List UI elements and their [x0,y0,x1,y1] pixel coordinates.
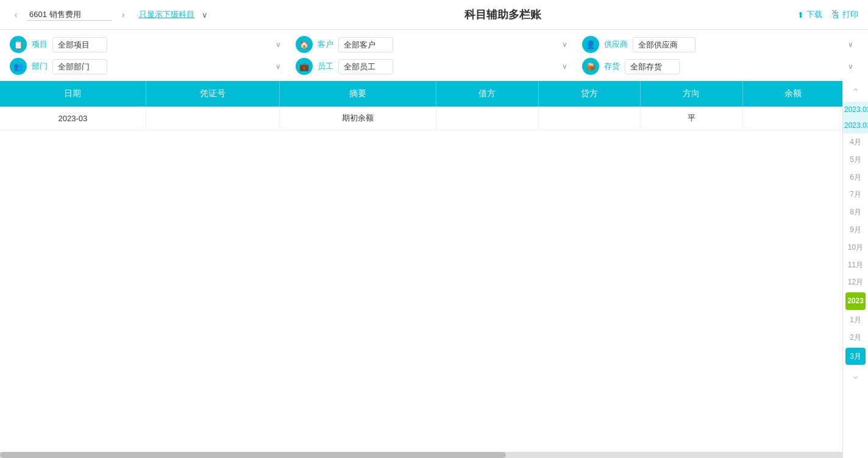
scrollbar-thumb[interactable] [0,452,506,458]
col-debit: 借方 [436,81,539,107]
prev-account-arrow[interactable]: ‹ [10,10,22,19]
rp-item-jun[interactable]: 6月 [843,169,868,186]
account-code-input[interactable] [27,9,112,21]
download-label: 下载 [806,9,822,20]
customer-select[interactable]: 全部客户 [338,37,393,52]
col-voucher: 凭证号 [146,81,280,107]
employee-label: 员工 [318,61,333,72]
rp-item-mar-active[interactable]: 3月 [845,348,866,365]
horizontal-scrollbar[interactable] [0,452,844,458]
table-body: 2023-03 期初余额 平 [0,107,844,130]
employee-icon: 💼 [296,58,313,75]
rp-item-apr[interactable]: 4月 [843,133,868,151]
toolbar-right: ⬆ 下载 🖨 打印 [797,9,858,20]
filter-department: 👥 部门 全部部门 [10,58,286,75]
col-summary: 摘要 [280,81,436,107]
scroll-up-arrow[interactable]: ⌃ [848,83,863,102]
right-panel: ⌃ 2023.03 2023.03 4月 5月 6月 7月 8月 9月 10月 … [842,81,868,458]
cell-balance [742,107,844,130]
rp-item-jan[interactable]: 1月 [843,311,868,329]
col-credit: 贷方 [538,81,641,107]
customer-select-wrapper: 全部客户 [338,37,572,52]
table-row: 2023-03 期初余额 平 [0,107,844,130]
print-label: 打印 [842,9,858,20]
rp-item-oct[interactable]: 10月 [843,239,868,256]
col-balance: 余额 [742,81,844,107]
rp-item-2023-03-second[interactable]: 2023.03 [843,118,868,133]
inventory-select-wrapper: 全部存货 [625,59,858,74]
top-bar: ‹ › 只显示下级科目 ∨ 科目辅助多栏账 ⬆ 下载 🖨 打印 [0,0,868,30]
filter-area: 📋 项目 全部项目 🏠 客户 全部客户 👤 供应商 全部供应商 [0,30,868,81]
employee-select-wrapper: 全部员工 [338,59,572,74]
department-label: 部门 [32,61,48,72]
supplier-select-wrapper: 全部供应商 [633,37,858,52]
customer-label: 客户 [318,39,333,50]
rp-item-2023-03-first[interactable]: 2023.03 [843,102,868,118]
download-icon: ⬆ [797,10,804,19]
filter-supplier: 👤 供应商 全部供应商 [582,36,858,53]
filter-employee: 💼 员工 全部员工 [296,58,572,75]
col-direction: 方向 [641,81,743,107]
page-title: 科目辅助多栏账 [213,7,792,22]
rp-item-jul[interactable]: 7月 [843,186,868,203]
project-icon: 📋 [10,36,27,53]
col-date: 日期 [0,81,146,107]
show-sub-label[interactable]: 只显示下级科目 [139,9,194,20]
cell-date: 2023-03 [0,107,146,130]
cell-summary: 期初余额 [280,107,436,130]
cell-voucher [146,107,280,130]
supplier-icon: 👤 [582,36,599,53]
rp-item-feb[interactable]: 2月 [843,329,868,347]
main-container: × ‹ › 只显示下级科目 ∨ 科目辅助多栏账 ⬆ 下载 🖨 打印 📋 项目 [0,0,868,458]
project-select-wrapper: 全部项目 [52,37,286,52]
rp-item-year-2023[interactable]: 2023 [845,292,866,310]
project-label: 项目 [32,39,48,50]
department-icon: 👥 [10,58,27,75]
department-select[interactable]: 全部部门 [52,59,107,74]
rp-item-may[interactable]: 5月 [843,151,868,169]
inventory-select[interactable]: 全部存货 [625,59,680,74]
rp-item-dec[interactable]: 12月 [843,273,868,291]
ledger-table: 日期 凭证号 摘要 借方 贷方 方向 余额 2023-03 期初余额 平 [0,81,844,130]
rp-item-aug[interactable]: 8月 [843,203,868,221]
table-header-row: 日期 凭证号 摘要 借方 贷方 方向 余额 [0,81,844,107]
filter-customer: 🏠 客户 全部客户 [296,36,572,53]
supplier-label: 供应商 [604,39,628,50]
department-select-wrapper: 全部部门 [52,59,286,74]
rp-item-sep[interactable]: 9月 [843,221,868,239]
download-button[interactable]: ⬆ 下载 [797,9,822,20]
close-button[interactable]: × [831,6,838,19]
filter-inventory: 📦 存货 全部存货 [582,58,858,75]
table-container[interactable]: 日期 凭证号 摘要 借方 贷方 方向 余额 2023-03 期初余额 平 [0,81,844,452]
customer-icon: 🏠 [296,36,313,53]
employee-select[interactable]: 全部员工 [338,59,393,74]
inventory-icon: 📦 [582,58,599,75]
filter-project: 📋 项目 全部项目 [10,36,286,53]
rp-item-nov[interactable]: 11月 [843,256,868,274]
scroll-down-arrow[interactable]: ⌄ [848,366,863,384]
inventory-label: 存货 [604,61,620,72]
cell-debit [436,107,539,130]
cell-direction: 平 [641,107,743,130]
project-select[interactable]: 全部项目 [52,37,107,52]
next-account-arrow[interactable]: › [117,10,129,19]
cell-credit [538,107,641,130]
supplier-select[interactable]: 全部供应商 [633,37,695,52]
show-sub-dropdown-arrow[interactable]: ∨ [202,10,208,19]
